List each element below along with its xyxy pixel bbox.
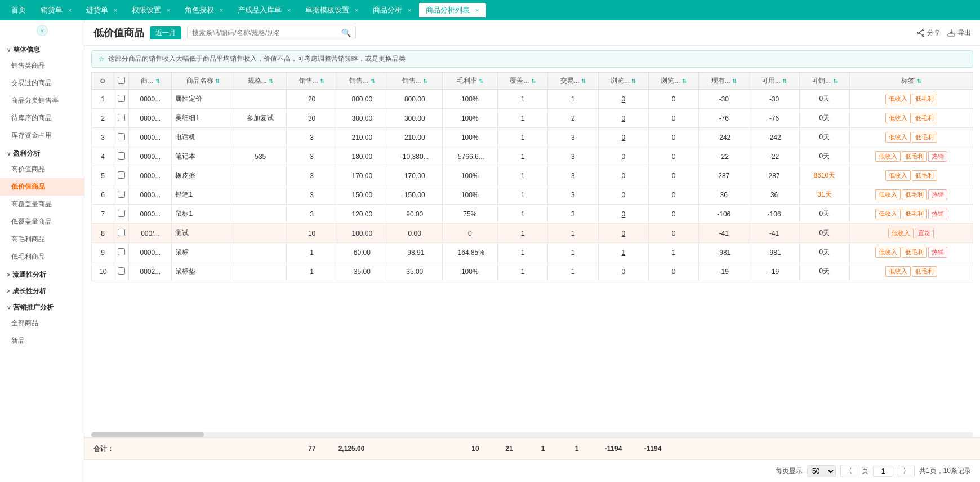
browse1-link[interactable]: 0 [621,268,625,276]
sidebar-group-profit[interactable]: ∨ 盈利分析 [0,144,84,161]
browse1-link[interactable]: 0 [621,172,625,180]
sidebar-item-sales-products[interactable]: 销售类商品 [0,57,84,74]
row-checkbox-cell[interactable] [114,147,129,166]
sidebar-collapse-btn[interactable]: « [37,25,48,36]
select-all-checkbox[interactable] [118,77,125,84]
col-stock-now[interactable]: 现有... ⇅ [699,73,749,90]
browse1-link[interactable]: 0 [621,210,625,218]
col-gross-rate[interactable]: 毛利率 ⇅ [442,73,498,90]
browse1-link[interactable]: 0 [621,114,625,122]
browse1-link[interactable]: 0 [621,134,625,141]
close-purchase-icon[interactable]: × [114,7,117,14]
row-browse1[interactable]: 0 [598,185,648,205]
page-size-select[interactable]: 50 100 200 [807,465,836,477]
row-checkbox-cell[interactable] [114,262,129,281]
sidebar-group-liquidity[interactable]: > 流通性分析 [0,266,84,282]
row-checkbox[interactable] [118,267,125,275]
close-template-icon[interactable]: × [355,7,358,14]
col-sales-qty[interactable]: 销售... ⇅ [287,73,337,90]
row-checkbox[interactable] [118,229,125,236]
scroll-thumb[interactable] [91,432,204,437]
close-analysis-list-icon[interactable]: × [475,7,479,14]
row-browse1[interactable]: 0 [598,205,648,224]
nav-roles[interactable]: 角色授权 × [178,3,230,17]
nav-permissions[interactable]: 权限设置 × [125,3,177,17]
row-checkbox[interactable] [118,210,125,217]
row-checkbox[interactable] [118,191,125,198]
row-browse1[interactable]: 0 [598,166,648,185]
col-name[interactable]: 商品名称 ⇅ [172,73,234,90]
sidebar-group-growth[interactable]: > 成长性分析 [0,282,84,298]
sidebar-item-new-products[interactable]: 新品 [0,332,84,350]
browse1-link[interactable]: 0 [621,229,625,237]
data-table-wrapper[interactable]: ⚙ 商... ⇅ 商品名称 ⇅ 规格... ⇅ 销售... ⇅ 销售... ⇅ … [84,72,980,432]
sidebar-item-high-margin[interactable]: 高毛利商品 [0,231,84,248]
row-browse1[interactable]: 0 [598,109,648,128]
row-checkbox-cell[interactable] [114,90,129,109]
col-tags[interactable]: 标签 ⇅ [849,73,973,90]
sidebar-item-all-products[interactable]: 全部商品 [0,315,84,332]
row-checkbox[interactable] [118,152,125,160]
col-sellable[interactable]: 可销... ⇅ [799,73,849,90]
col-sales-cost[interactable]: 销售... ⇅ [387,73,442,90]
col-spec[interactable]: 规格... ⇅ [234,73,287,90]
nav-sales[interactable]: 销货单 × [34,3,78,17]
sidebar-item-low-margin[interactable]: 低毛利商品 [0,248,84,266]
nav-analysis-list[interactable]: 商品分析列表 × [419,3,485,17]
close-permissions-icon[interactable]: × [167,7,170,14]
row-checkbox[interactable] [118,114,125,121]
row-checkbox-cell[interactable] [114,166,129,185]
col-browse2[interactable]: 浏览... ⇅ [648,73,698,90]
row-checkbox[interactable] [118,133,125,140]
nav-finished[interactable]: 产成品入库单 × [231,3,297,17]
page-input[interactable] [873,466,893,477]
sidebar-group-marketing[interactable]: ∨ 营销推广分析 [0,298,84,315]
row-browse1[interactable]: 0 [598,147,648,166]
col-browse1[interactable]: 浏览... ⇅ [598,73,648,90]
col-sales-amount[interactable]: 销售... ⇅ [337,73,387,90]
next-page-btn[interactable]: 〉 [898,465,915,477]
row-checkbox-cell[interactable] [114,185,129,205]
row-browse1[interactable]: 0 [598,262,648,281]
browse1-link[interactable]: 1 [621,249,625,257]
close-sales-icon[interactable]: × [68,7,72,14]
row-checkbox-cell[interactable] [114,205,129,224]
close-analysis-icon[interactable]: × [408,7,411,14]
export-btn[interactable]: 导出 [947,28,971,38]
horizontal-scrollbar[interactable] [91,432,973,437]
sidebar-item-high-coverage[interactable]: 高覆盖量商品 [0,196,84,213]
row-checkbox-cell[interactable] [114,224,129,243]
col-coverage[interactable]: 覆盖... ⇅ [498,73,548,90]
row-browse1[interactable]: 0 [598,128,648,147]
share-btn[interactable]: 分享 [917,28,941,38]
nav-analysis[interactable]: 商品分析 × [366,3,418,17]
sidebar-item-low-coverage[interactable]: 低覆盖量商品 [0,213,84,231]
col-available[interactable]: 可用... ⇅ [749,73,799,90]
row-checkbox-cell[interactable] [114,243,129,262]
browse1-link[interactable]: 0 [621,95,625,103]
sidebar-item-traded[interactable]: 交易过的商品 [0,74,84,92]
sidebar-group-overall[interactable]: ∨ 整体信息 [0,41,84,57]
row-browse1[interactable]: 0 [598,90,648,109]
col-settings[interactable]: ⚙ [92,73,114,90]
nav-purchase[interactable]: 进货单 × [79,3,124,17]
row-checkbox[interactable] [118,248,125,255]
row-checkbox-cell[interactable] [114,128,129,147]
sidebar-item-high-value[interactable]: 高价值商品 [0,161,84,178]
row-checkbox[interactable] [118,171,125,179]
browse1-link[interactable]: 0 [621,153,625,161]
close-finished-icon[interactable]: × [287,7,291,14]
prev-page-btn[interactable]: 〈 [840,465,857,477]
search-icon[interactable]: 🔍 [341,28,351,37]
search-input[interactable] [192,29,338,37]
col-transaction[interactable]: 交易... ⇅ [548,73,598,90]
row-browse1[interactable]: 0 [598,224,648,243]
nav-template[interactable]: 单据模板设置 × [299,3,365,17]
sidebar-item-pending[interactable]: 待库序的商品 [0,109,84,127]
row-browse1[interactable]: 1 [598,243,648,262]
sidebar-item-inventory-capital[interactable]: 库存资金占用 [0,127,84,144]
browse1-link[interactable]: 0 [621,191,625,199]
nav-home[interactable]: 首页 [5,3,33,17]
col-checkbox-all[interactable] [114,73,129,90]
sidebar-item-category-rate[interactable]: 商品分类销售率 [0,92,84,109]
